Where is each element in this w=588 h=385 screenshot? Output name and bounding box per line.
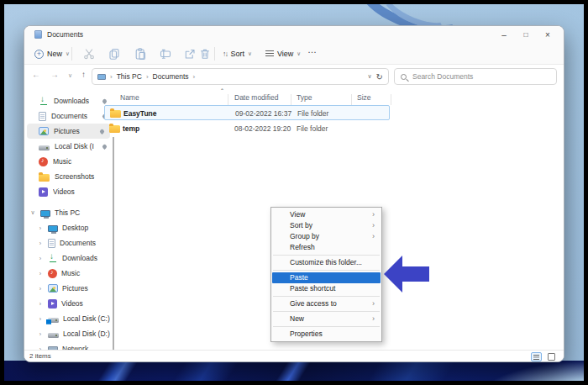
breadcrumb-documents[interactable]: Documents (153, 72, 189, 81)
chevron-down-icon: ∨ (248, 50, 252, 57)
sidebar-scrollbar[interactable] (113, 137, 114, 351)
column-separator[interactable] (351, 94, 352, 105)
tree-item-videos[interactable]: › Videos (24, 296, 113, 311)
plus-circle-icon: + (34, 50, 44, 59)
column-separator[interactable] (228, 94, 228, 105)
address-dropdown-chevron[interactable]: ∨ (367, 73, 371, 80)
toolbar-separator (214, 47, 215, 61)
file-row-easytune[interactable]: EasyTune 09-02-2022 16:37 File folder (104, 105, 390, 120)
submenu-arrow-icon: › (372, 220, 375, 231)
menu-item-group-by[interactable]: Group by › (271, 231, 381, 242)
menu-separator (273, 296, 380, 297)
chevron-down-icon: ∨ (66, 50, 70, 57)
submenu-arrow-icon: › (372, 314, 375, 324)
sidebar-item-music[interactable]: Music (24, 154, 113, 169)
menu-item-paste[interactable]: Paste (272, 272, 381, 283)
breadcrumb-separator-icon: › (193, 73, 196, 81)
details-view-toggle[interactable] (531, 352, 542, 361)
view-button[interactable]: View ∨ (265, 46, 301, 61)
chevron-collapsed-icon[interactable]: › (37, 271, 44, 277)
navigation-pane: Downloads Documents Pictures Local Disk … (24, 93, 113, 356)
copy-icon (108, 48, 120, 60)
chevron-expanded-icon[interactable]: ∨ (29, 209, 36, 216)
desktop-icon (48, 225, 58, 232)
document-icon (48, 239, 55, 248)
tree-item-local-disk-c[interactable]: › Local Disk (C:) (24, 311, 113, 326)
back-button[interactable]: ← (32, 70, 40, 79)
tree-item-desktop[interactable]: › Desktop (24, 220, 113, 235)
folder-icon (110, 110, 121, 118)
tree-item-this-pc[interactable]: ∨ This PC (24, 205, 113, 220)
delete-button[interactable] (198, 47, 212, 61)
large-icons-view-toggle[interactable] (548, 353, 555, 361)
window-folder-icon (34, 30, 42, 39)
breadcrumb-this-pc[interactable]: This PC (117, 72, 142, 81)
folder-icon (109, 125, 120, 133)
sidebar-item-pictures[interactable]: Pictures (27, 124, 110, 139)
sidebar-item-screenshots[interactable]: Screenshots (24, 169, 113, 184)
refresh-icon[interactable]: ↻ (376, 72, 383, 82)
search-input[interactable] (411, 71, 550, 82)
up-button[interactable]: ↑ (81, 70, 86, 79)
column-separator[interactable] (391, 94, 391, 105)
share-button[interactable] (183, 47, 197, 61)
search-icon (401, 74, 407, 80)
sidebar-item-videos[interactable]: Videos (24, 184, 113, 199)
tree-item-local-disk-d[interactable]: › Local Disk (D:) (24, 326, 113, 341)
column-header-size[interactable]: Size (357, 93, 371, 102)
music-icon (48, 269, 57, 278)
tree-item-pictures[interactable]: › Pictures (24, 281, 113, 296)
wallpaper-bottom-strip (4, 361, 584, 381)
sidebar-item-documents[interactable]: Documents (24, 108, 113, 124)
computer-icon (40, 210, 50, 217)
new-button[interactable]: + New ∨ (34, 46, 70, 61)
music-icon (39, 157, 48, 166)
menu-item-give-access-to[interactable]: Give access to › (271, 298, 381, 309)
search-box[interactable] (394, 68, 557, 85)
paste-button[interactable] (134, 47, 147, 61)
document-icon (39, 112, 46, 121)
chevron-collapsed-icon[interactable]: › (37, 240, 44, 246)
sort-button[interactable]: ↑↓ Sort ∨ (223, 46, 252, 61)
navigation-bar: ← → ∨ ↑ › This PC › Documents › ∨ ↻ (24, 65, 564, 88)
minimize-button[interactable]: – (493, 26, 515, 43)
address-bar[interactable]: › This PC › Documents › ∨ ↻ (92, 68, 389, 85)
chevron-collapsed-icon[interactable]: › (37, 256, 44, 261)
menu-item-properties[interactable]: Properties (271, 329, 381, 340)
drive-icon (48, 333, 59, 338)
menu-item-sort-by[interactable]: Sort by › (271, 220, 381, 231)
sidebar-item-local-disk[interactable]: Local Disk (I (24, 139, 113, 154)
chevron-collapsed-icon[interactable]: › (37, 331, 44, 337)
close-button[interactable]: × (537, 26, 559, 43)
menu-item-new[interactable]: New › (271, 314, 381, 324)
column-header-name[interactable]: Name (120, 93, 139, 102)
tree-item-documents[interactable]: › Documents (24, 235, 113, 251)
menu-item-refresh[interactable]: Refresh (271, 242, 381, 253)
tree-item-music[interactable]: › Music (24, 266, 113, 281)
column-header-type[interactable]: Type (297, 93, 312, 102)
rename-button[interactable] (159, 47, 172, 61)
wallpaper-ribbon (92, 361, 144, 381)
menu-item-view[interactable]: View › (271, 209, 381, 220)
chevron-collapsed-icon[interactable]: › (37, 316, 44, 322)
recent-locations-chevron[interactable]: ∨ (68, 72, 72, 79)
cut-icon (83, 48, 95, 60)
menu-item-customize-this-folder[interactable]: Customize this folder... (271, 257, 381, 268)
chevron-collapsed-icon[interactable]: › (37, 286, 44, 292)
tree-item-downloads[interactable]: › Downloads (24, 251, 113, 266)
more-options-button[interactable]: … (307, 45, 318, 55)
file-row-temp[interactable]: temp 08-02-2022 19:20 File folder (104, 121, 390, 136)
cut-button[interactable] (82, 47, 96, 61)
copy-button[interactable] (108, 47, 121, 61)
chevron-collapsed-icon[interactable]: › (37, 225, 44, 231)
maximize-button[interactable]: □ (515, 26, 537, 43)
pictures-icon (48, 284, 58, 293)
this-pc-tree: ∨ This PC › Desktop › Documents › Downlo… (24, 205, 113, 356)
sidebar-item-downloads[interactable]: Downloads (24, 93, 113, 108)
drive-icon (39, 145, 50, 150)
chevron-collapsed-icon[interactable]: › (37, 301, 44, 307)
column-header-date-modified[interactable]: Date modified (234, 93, 278, 102)
menu-item-paste-shortcut[interactable]: Paste shortcut (271, 283, 381, 294)
forward-button[interactable]: → (50, 70, 59, 79)
column-separator[interactable] (291, 94, 291, 105)
